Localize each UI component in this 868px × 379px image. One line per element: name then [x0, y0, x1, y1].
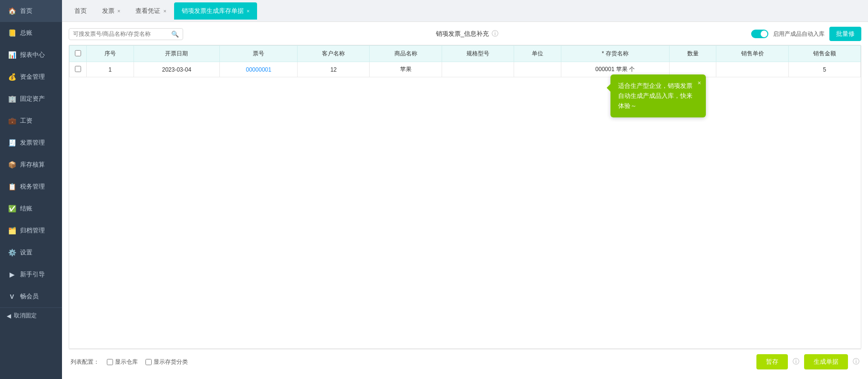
sidebar-item-settle[interactable]: ✅ 结账: [0, 198, 62, 220]
row-checkbox-cell: [70, 62, 87, 77]
center-label: 销项发票_信息补充: [436, 30, 489, 38]
ledger-icon: 📒: [8, 29, 16, 37]
sidebar-item-invoices[interactable]: 🧾 发票管理: [0, 132, 62, 154]
unpin-button[interactable]: ◀ 取消固定: [0, 307, 62, 324]
sidebar-item-label: 结账: [20, 204, 32, 213]
unpin-icon: ◀: [7, 313, 11, 319]
row-checkbox[interactable]: [75, 66, 81, 72]
auto-inbound-toggle[interactable]: [751, 30, 768, 38]
info-icon[interactable]: ⓘ: [492, 30, 498, 38]
tab-stock-form-close[interactable]: ×: [247, 8, 249, 14]
sidebar-item-assets[interactable]: 🏢 固定资产: [0, 88, 62, 110]
tab-stock-form[interactable]: 销项发票生成库存单据 ×: [174, 2, 257, 20]
search-box[interactable]: 🔍: [69, 28, 183, 40]
home-icon: 🏠: [8, 7, 16, 15]
toggle-label: 启用产成品自动入库: [773, 30, 825, 38]
funds-icon: 💰: [8, 73, 16, 81]
header-customer: 客户名称: [298, 46, 370, 62]
sidebar-item-label: 库存核算: [20, 160, 45, 169]
sidebar-item-archive[interactable]: 🗂️ 归档管理: [0, 220, 62, 242]
bottom-actions: 暂存 ⓘ 生成单据 ⓘ: [756, 354, 859, 369]
sidebar-item-inventory[interactable]: 📦 库存核算: [0, 154, 62, 176]
tab-invoice-close[interactable]: ×: [117, 8, 120, 14]
sidebar-item-label: 首页: [20, 7, 32, 15]
select-all-checkbox[interactable]: [75, 50, 81, 56]
archive-icon: 🗂️: [8, 226, 16, 235]
header-product-name: 商品名称: [370, 46, 442, 62]
sidebar-item-home[interactable]: 🏠 首页: [0, 0, 62, 22]
header-sale-amount: 销售金额: [788, 46, 860, 62]
sidebar-item-label: 归档管理: [20, 226, 45, 235]
sidebar-item-settings[interactable]: ⚙️ 设置: [0, 242, 62, 263]
unpin-label: 取消固定: [14, 312, 37, 320]
header-spec: 规格型号: [442, 46, 514, 62]
sidebar-item-tax[interactable]: 📋 税务管理: [0, 176, 62, 198]
top-right: 启用产成品自动入库 批量修: [751, 27, 861, 41]
content-area: 🔍 销项发票_信息补充 ⓘ 启用产成品自动入库 批量修: [62, 22, 868, 379]
tab-invoice-label: 发票: [102, 7, 114, 15]
header-seq: 序号: [87, 46, 134, 62]
sidebar-item-label: 报表中心: [20, 51, 45, 59]
sidebar-item-wages[interactable]: 💼 工资: [0, 110, 62, 132]
save-button[interactable]: 暂存: [756, 354, 788, 369]
table-body: 1 2023-03-04 00000001 12 苹果 000001 苹果 个 …: [70, 62, 861, 77]
settings-icon: ⚙️: [8, 248, 16, 257]
tab-home[interactable]: 首页: [67, 2, 94, 20]
top-bar: 🔍 销项发票_信息补充 ⓘ 启用产成品自动入库 批量修: [69, 27, 861, 41]
show-warehouse-label[interactable]: 显示仓库: [107, 358, 138, 366]
sidebar-item-label: 畅会员: [20, 292, 39, 301]
tax-icon: 📋: [8, 182, 16, 191]
save-help-icon[interactable]: ⓘ: [793, 358, 799, 366]
header-price-check: 销售单价: [716, 46, 788, 62]
header-checkbox-col: [70, 46, 87, 62]
sidebar-item-ledger[interactable]: 📒 总账: [0, 22, 62, 44]
header-unit: 单位: [514, 46, 561, 62]
list-config-label: 列表配置：: [71, 358, 99, 366]
row-product-name: 苹果: [370, 62, 442, 77]
tooltip-close[interactable]: ×: [697, 78, 701, 88]
sidebar-item-funds[interactable]: 💰 资金管理: [0, 66, 62, 88]
batch-button[interactable]: 批量修: [829, 27, 861, 41]
show-category-label[interactable]: 显示存货分类: [145, 358, 188, 366]
generate-button[interactable]: 生成单据: [804, 354, 848, 369]
generate-help-icon[interactable]: ⓘ: [853, 358, 859, 366]
table-row: 1 2023-03-04 00000001 12 苹果 000001 苹果 个 …: [70, 62, 861, 77]
show-warehouse-checkbox[interactable]: [107, 359, 113, 365]
sidebar-item-vip[interactable]: V 畅会员: [0, 285, 62, 307]
sidebar-item-label: 总账: [20, 29, 32, 37]
top-center: 销项发票_信息补充 ⓘ: [436, 30, 498, 38]
table-container: 序号 开票日期 票号 客户名称 商品名称 规格型号 单位 * 存货名称 数量 销…: [69, 45, 861, 349]
guide-icon: ▶: [8, 270, 16, 279]
vip-icon: V: [8, 292, 16, 301]
sidebar: 🏠 首页 📒 总账 📊 报表中心 💰 资金管理 🏢 固定资产 💼 工资 🧾 发票…: [0, 0, 62, 379]
ticket-link[interactable]: 00000001: [246, 66, 271, 73]
tab-bar: 首页 发票 × 查看凭证 × 销项发票生成库存单据 ×: [62, 0, 868, 22]
tab-home-label: 首页: [74, 7, 87, 15]
sidebar-item-reports[interactable]: 📊 报表中心: [0, 44, 62, 66]
sidebar-item-label: 税务管理: [20, 182, 45, 191]
sidebar-item-label: 工资: [20, 116, 32, 125]
row-customer: 12: [298, 62, 370, 77]
invoices-icon: 🧾: [8, 138, 16, 147]
tooltip-box: × 适合生产型企业，销项发票自动生成产成品入库，快来体验～: [610, 74, 706, 117]
sidebar-item-label: 发票管理: [20, 138, 45, 147]
row-ticket-no: 00000001: [220, 62, 298, 77]
sidebar-item-label: 新手引导: [20, 270, 45, 279]
tab-invoice[interactable]: 发票 ×: [94, 2, 128, 20]
reports-icon: 📊: [8, 51, 16, 59]
row-sale-amount: 5: [788, 62, 860, 77]
tab-voucher-label: 查看凭证: [135, 7, 160, 15]
header-stock-name: * 存货名称: [561, 46, 669, 62]
show-category-text: 显示存货分类: [154, 358, 188, 366]
row-price-check: [716, 62, 788, 77]
row-seq: 1: [87, 62, 134, 77]
sidebar-item-label: 设置: [20, 248, 32, 257]
search-input[interactable]: [73, 31, 168, 37]
row-spec: [442, 62, 514, 77]
header-open-date: 开票日期: [134, 46, 220, 62]
show-category-checkbox[interactable]: [145, 359, 152, 365]
tab-voucher[interactable]: 查看凭证 ×: [128, 2, 174, 20]
tab-voucher-close[interactable]: ×: [163, 8, 166, 14]
tab-stock-form-label: 销项发票生成库存单据: [182, 7, 244, 15]
sidebar-item-guide[interactable]: ▶ 新手引导: [0, 263, 62, 285]
